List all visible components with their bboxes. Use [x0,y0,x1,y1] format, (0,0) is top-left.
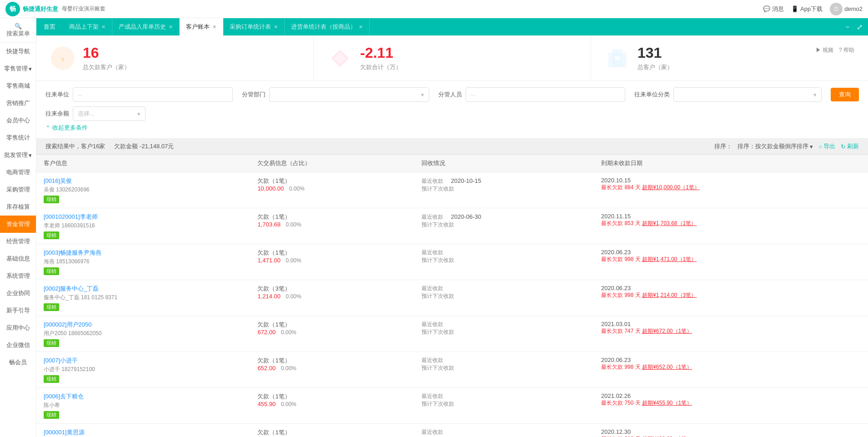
table-row: [0006]去下粮仓 陈小希 现销 欠款（1笔） 455.90 0.00% 最近… [36,388,868,424]
debt-amount[interactable]: 10,000.00 [257,185,284,192]
customer-id-link[interactable]: [0001020001]李老师 [44,213,243,221]
tab-close-icon[interactable]: ✕ [101,24,105,30]
customer-phone: 海燕 18513066976 [44,258,243,266]
refresh-button[interactable]: ↻ 刷新 [841,142,859,151]
tab-customer-ledger[interactable]: 客户账本 ✕ [180,18,223,35]
debt-amount[interactable]: 455.90 [257,401,276,407]
debt-amount[interactable]: 1,214.00 [257,293,281,300]
table-row: [000002]用户2050 用户2050 18665062050 现销 欠款（… [36,316,868,352]
recovery-cell: 最近收款 2020-06-30 预计下次收款 [414,208,594,244]
unit-category-select[interactable]: ▾ [673,87,822,102]
video-button[interactable]: ▶ 视频 [816,46,833,54]
tab-production-history[interactable]: 产成品入库单历史 ✕ [112,18,180,35]
sidebar-item-wechat-work[interactable]: 企业微信 [0,337,36,354]
tabs-end: － ⤢ [838,22,868,32]
tab-purchase-order-stats[interactable]: 采购订单统计表 ✕ [223,18,285,35]
overdue-link[interactable]: 超期¥1,703.68（1笔） [642,220,697,226]
sidebar-item-retail-mgmt[interactable]: 零售管理 ▾ [0,60,36,77]
message-button[interactable]: 💬 消息 [763,5,784,13]
sidebar-item-enterprise-collab[interactable]: 企业协同 [0,285,36,302]
tab-close-icon[interactable]: ✕ [359,24,363,30]
sidebar-item-system-mgmt[interactable]: 系统管理 [0,267,36,285]
debt-label: 欠款（3笔） [257,285,407,293]
debt-amount[interactable]: 1,703.68 [257,221,281,228]
sidebar-item-guide[interactable]: 新手引导 [0,302,36,319]
from-unit-input[interactable]: ··· [73,87,233,102]
overdue-link[interactable]: 超期¥672.00（1笔） [642,328,692,334]
due-date-cell: 2020.12.30 最长欠款 808 天 超期¥429.00（1笔） [594,424,868,437]
top-bar-left: 畅 畅捷通好生意 母婴行业演示账套 [5,2,105,16]
overdue-link[interactable]: 超期¥1,471.00（1笔） [642,256,697,262]
sidebar-item-member-center[interactable]: 会员中心 [0,112,36,129]
debt-amount[interactable]: 652.00 [257,365,276,372]
customer-phone: 李老师 18600391516 [44,222,243,230]
sidebar-item-retail-stats[interactable]: 零售统计 [0,129,36,146]
customer-id-link[interactable]: [0007]小进干 [44,357,243,365]
customer-info-cell: [0002]服务中心_丁磊 服务中心_丁磊 181 0125 8371 现销 [36,280,250,316]
staff-input[interactable]: ··· [466,87,626,102]
filter-row-2: 往来余额 选择... ▾ [45,106,859,121]
table-row: [0016]吴俊 吴俊 13026203696 现销 欠款（1笔） 10,000… [36,172,868,208]
chevron-down-icon: ▾ [813,91,817,98]
overdue-link[interactable]: 超期¥10,000.00（1笔） [642,184,700,191]
table-row: [0003]畅捷服务尹海燕 海燕 18513066976 现销 欠款（1笔） 1… [36,244,868,280]
app-download-button[interactable]: 📱 App下载 [791,5,823,13]
customer-id-link[interactable]: [000001]黄思源 [44,428,243,437]
filter-dept: 分管部门 ▾ [242,87,429,102]
debt-amount[interactable]: 1,471.00 [257,257,281,264]
refresh-icon: ↻ [841,143,846,150]
query-button[interactable]: 查询 [831,88,859,101]
dept-label: 分管部门 [242,90,266,99]
sidebar-item-app-center[interactable]: 应用中心 [0,319,36,337]
sidebar-item-purchase-mgmt[interactable]: 采购管理 [0,181,36,198]
debt-amount[interactable]: 672.00 [257,329,276,336]
sidebar-item-basic-info[interactable]: 基础信息 [0,250,36,267]
chevron-up-icon: ⌃ [45,125,50,131]
sidebar-item-inventory[interactable]: 库存核算 [0,198,36,216]
sidebar-item-retail-mall[interactable]: 零售商城 [0,77,36,95]
overdue-days: 最长欠款 750 天 [601,400,642,406]
overdue-link[interactable]: 超期¥1,214.00（3笔） [642,292,697,298]
help-button[interactable]: ? 帮助 [839,46,854,54]
customer-info-cell: [0006]去下粮仓 陈小希 现销 [36,388,250,424]
customer-id-link[interactable]: [0016]吴俊 [44,177,243,185]
export-button[interactable]: ○ 导出 [818,142,835,151]
tab-close-icon[interactable]: ✕ [169,24,173,30]
tabs-minimize-icon[interactable]: － [842,22,853,32]
debt-label: 欠款（1笔） [257,249,407,257]
sidebar-item-ecommerce[interactable]: 电商管理 [0,164,36,181]
sidebar-item-wholesale-mgmt[interactable]: 批发管理 ▾ [0,146,36,164]
user-menu[interactable]: D demo2 [830,3,863,15]
collapse-button[interactable]: ⌃ 收起更多条件 [45,124,859,132]
sidebar-item-marketing[interactable]: 营销推广 [0,95,36,112]
due-date-cell: 2021.03.01 最长欠款 747 天 超期¥672.00（1笔） [594,316,868,352]
customer-id-link[interactable]: [000002]用户2050 [44,321,243,329]
customer-id-link[interactable]: [0006]去下粮仓 [44,392,243,401]
tab-close-icon[interactable]: ✕ [212,24,216,30]
debt-info-cell: 欠款（3笔） 1,214.00 0.00% [250,280,414,316]
tab-close-icon[interactable]: ✕ [274,24,278,30]
sidebar-item-member-vip[interactable]: 畅会员 [0,354,36,371]
sort-select[interactable]: 排序：按欠款金额倒序排序 ▾ [738,142,813,151]
customer-id-link[interactable]: [0002]服务中心_丁磊 [44,285,243,293]
col-customer-info: 客户信息 [36,155,250,172]
overdue-link[interactable]: 超期¥652.00（1笔） [642,364,692,370]
top-bar: 畅 畅捷通好生意 母婴行业演示账套 💬 消息 📱 App下载 D demo2 [0,0,868,18]
tab-home[interactable]: 首页 [36,23,63,31]
sidebar-item-quick-nav[interactable]: 快捷导航 [0,43,36,60]
customer-info-cell: [0007]小进干 小进干 18279152100 现销 [36,352,250,388]
customer-id-link[interactable]: [0003]畅捷服务尹海燕 [44,249,243,257]
tab-product-listing[interactable]: 商品上下架 ✕ [63,18,112,35]
tabs-expand-icon[interactable]: ⤢ [855,23,864,31]
card-body-total-customers: 131 总客户（家） [637,45,673,71]
dept-select[interactable]: ▾ [269,87,429,102]
debt-total-value: -2.11 [360,45,401,61]
unit-category-label: 往来单位分类 [634,90,670,99]
sidebar-item-finance[interactable]: 资金管理 [0,216,36,233]
overdue-days: 最长欠款 853 天 [601,220,642,226]
sidebar-item-operations[interactable]: 经营管理 [0,233,36,250]
sidebar-search[interactable]: 🔍 搜索菜单 [0,18,36,43]
overdue-link[interactable]: 超期¥455.90（1笔） [642,400,692,406]
balance-select[interactable]: 选择... ▾ [73,106,146,121]
tab-purchase-stats-by-product[interactable]: 进货单统计表（按商品） ✕ [285,18,370,35]
